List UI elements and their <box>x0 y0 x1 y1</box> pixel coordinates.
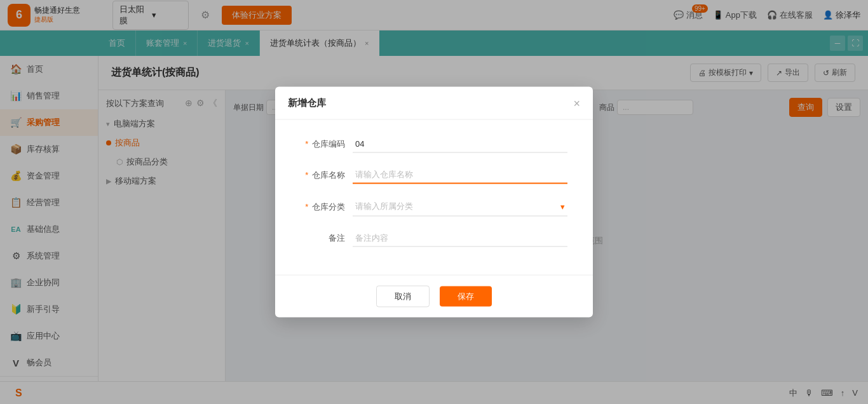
category-dropdown-icon: ▾ <box>560 201 565 211</box>
dialog-close-button[interactable]: × <box>573 97 580 109</box>
form-row-note: 备注 <box>301 229 567 247</box>
category-label: * 仓库分类 <box>301 201 345 212</box>
dialog-title: 新增仓库 <box>288 97 326 109</box>
code-input[interactable] <box>353 135 567 153</box>
name-label: * 仓库名称 <box>301 169 345 180</box>
dialog-header: 新增仓库 × <box>275 87 593 120</box>
form-row-name: * 仓库名称 <box>301 166 567 184</box>
category-placeholder: 请输入所属分类 <box>355 201 413 212</box>
note-input[interactable] <box>353 229 567 247</box>
cancel-button[interactable]: 取消 <box>376 286 430 307</box>
code-label: * 仓库编码 <box>301 138 345 150</box>
save-button[interactable]: 保存 <box>440 286 492 307</box>
dialog-footer: 取消 保存 <box>275 275 593 318</box>
category-select[interactable]: 请输入所属分类 ▾ <box>353 197 567 217</box>
dialog-body: * 仓库编码 * 仓库名称 * 仓库分类 请输入所属分类 ▾ <box>275 120 593 275</box>
form-row-category: * 仓库分类 请输入所属分类 ▾ <box>301 197 567 217</box>
name-input[interactable] <box>353 166 567 184</box>
note-label: 备注 <box>301 232 345 244</box>
form-row-code: * 仓库编码 <box>301 135 567 153</box>
new-warehouse-dialog: 新增仓库 × * 仓库编码 * 仓库名称 * 仓库分类 请输入 <box>275 87 593 318</box>
